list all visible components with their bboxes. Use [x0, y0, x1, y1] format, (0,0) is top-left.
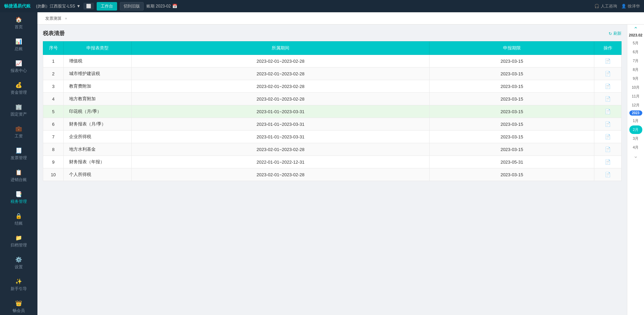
- cal-month-6月[interactable]: 6月: [629, 48, 642, 56]
- cal-month-5月[interactable]: 5月: [629, 39, 642, 47]
- sidebar-item-label: 工资: [15, 133, 23, 139]
- sidebar-item-report[interactable]: 📈 报表中心: [0, 56, 37, 78]
- scroll-down-icon[interactable]: ⌄: [633, 153, 638, 159]
- cell-action[interactable]: 📄: [594, 143, 622, 156]
- cell-deadline: 2023-03-15: [430, 118, 594, 131]
- copy-icon-btn[interactable]: ⬜: [83, 3, 94, 10]
- company-selector[interactable]: (勿删）江西股宝-LSS ▼: [36, 3, 81, 9]
- sidebar-item-purchase[interactable]: 📋 进销台账: [0, 165, 37, 187]
- tab-invoice_calc[interactable]: 发票测算×: [40, 13, 82, 24]
- cell-deadline: 2023-03-15: [430, 105, 594, 118]
- cell-seq: 1: [43, 55, 64, 68]
- cell-type: 企业所得税: [64, 131, 132, 143]
- cal-month-11月[interactable]: 11月: [629, 92, 642, 101]
- sidebar-item-invoice[interactable]: 🧾 发票管理: [0, 143, 37, 165]
- table-row: 5 印花税（月/季） 2023-01-01~2023-03-31 2023-03…: [43, 105, 622, 118]
- sidebar-item-guide[interactable]: ✨ 新手引导: [0, 274, 37, 296]
- app-logo: 畅捷通易代账: [4, 3, 31, 9]
- cell-type: 城市维护建设税: [64, 68, 132, 80]
- user-menu[interactable]: 👤 徐泽华: [621, 3, 640, 9]
- cal-month-4月[interactable]: 4月: [629, 143, 642, 152]
- cal-month-12月[interactable]: 12月: [629, 101, 642, 109]
- sidebar-item-assets[interactable]: 🏢 固定资产: [0, 100, 37, 121]
- view-icon[interactable]: 📄: [605, 96, 611, 102]
- invoice-icon: 🧾: [15, 147, 22, 154]
- view-icon[interactable]: 📄: [605, 109, 611, 114]
- sidebar-item-ledger[interactable]: 📊 总账: [0, 34, 37, 56]
- sidebar-item-archive[interactable]: 📁 归档管理: [0, 230, 37, 252]
- workbench-button[interactable]: 工作台: [97, 2, 117, 11]
- sidebar-items: 🏠 首页 📊 总账 📈 报表中心 💰 资金管理 🏢 固定资产 💼 工资 🧾 发票…: [0, 12, 37, 315]
- ledger-icon: 📊: [15, 38, 22, 45]
- cal-month-9月[interactable]: 9月: [629, 74, 642, 83]
- sidebar-item-label: 归档管理: [11, 242, 27, 248]
- cell-action[interactable]: 📄: [594, 156, 622, 168]
- view-icon[interactable]: 📄: [605, 172, 611, 177]
- table-body: 1 增值税 2023-02-01~2023-02-28 2023-03-15 📄…: [43, 55, 622, 181]
- sidebar-item-tax[interactable]: 📑 税务管理: [0, 187, 37, 209]
- tax-table: 序号 申报表类型 所属期间 申报期限 操作 1 增值税 2023-02-01~2…: [43, 41, 622, 181]
- funds-icon: 💰: [15, 82, 22, 88]
- assets-icon: 🏢: [15, 104, 22, 110]
- tab-label: 发票测算: [45, 16, 62, 21]
- home-icon: 🏠: [15, 16, 22, 23]
- scroll-up-icon[interactable]: ⌃: [633, 26, 638, 32]
- sidebar-item-label: 税务管理: [11, 199, 27, 205]
- cell-action[interactable]: 📄: [594, 168, 622, 181]
- cell-deadline: 2023-03-15: [430, 68, 594, 80]
- cal-month-7月[interactable]: 7月: [629, 57, 642, 65]
- sidebar-item-funds[interactable]: 💰 资金管理: [0, 78, 37, 100]
- table-row: 3 教育费附加 2023-02-01~2023-02-28 2023-03-15…: [43, 80, 622, 93]
- view-icon[interactable]: 📄: [605, 58, 611, 64]
- cell-type: 印花税（月/季）: [64, 105, 132, 118]
- cell-action[interactable]: 📄: [594, 93, 622, 105]
- view-icon[interactable]: 📄: [605, 121, 611, 127]
- table-row: 4 地方教育附加 2023-02-01~2023-02-28 2023-03-1…: [43, 93, 622, 105]
- sidebar-item-close[interactable]: 🔒 结账: [0, 209, 37, 230]
- view-icon[interactable]: 📄: [605, 159, 611, 165]
- sidebar-item-vip[interactable]: 👑 畅会员: [0, 296, 37, 315]
- refresh-button[interactable]: ↻ 刷新: [609, 31, 622, 36]
- table-row: 2 城市维护建设税 2023-02-01~2023-02-28 2023-03-…: [43, 68, 622, 80]
- right-panel: ⌃ 2023.02 5月6月7月8月9月10月11月12月20231月2月3月4…: [627, 25, 644, 315]
- cell-seq: 4: [43, 93, 64, 105]
- cell-action[interactable]: 📄: [594, 131, 622, 143]
- view-icon[interactable]: 📄: [605, 84, 611, 89]
- help-button[interactable]: 🎧 人工咨询: [594, 3, 617, 9]
- table-row: 10 个人所得税 2023-02-01~2023-02-28 2023-03-1…: [43, 168, 622, 181]
- cell-deadline: 2023-05-31: [430, 156, 594, 168]
- sidebar-item-label: 发票管理: [11, 155, 27, 161]
- switch-old-button[interactable]: 切到旧版: [120, 2, 144, 11]
- view-icon[interactable]: 📄: [605, 134, 611, 139]
- cell-seq: 2: [43, 68, 64, 80]
- cell-action[interactable]: 📄: [594, 118, 622, 131]
- cal-month-2月[interactable]: 2月: [629, 125, 642, 134]
- tab-bar: 首页工资表×工资统计报表×发票×发票测算×发票开具×进销稽核×进销台账×税表清册…: [37, 12, 644, 25]
- sidebar-item-settings[interactable]: ⚙️ 设置: [0, 252, 37, 274]
- cell-deadline: 2023-03-15: [430, 131, 594, 143]
- cal-month-8月[interactable]: 8月: [629, 65, 642, 74]
- sidebar-item-label: 设置: [15, 264, 23, 270]
- sidebar-item-label: 结账: [15, 221, 23, 226]
- cell-period: 2023-02-01~2023-02-28: [132, 55, 430, 68]
- cal-month-10月[interactable]: 10月: [629, 83, 642, 92]
- sidebar-item-home[interactable]: 🏠 首页: [0, 12, 37, 34]
- view-icon[interactable]: 📄: [605, 71, 611, 76]
- company-name: (勿删）江西股宝-LSS: [36, 3, 75, 9]
- cal-month-3月[interactable]: 3月: [629, 134, 642, 143]
- tax-icon: 📑: [15, 191, 22, 197]
- cal-year-2023[interactable]: 2023: [629, 110, 642, 116]
- cell-action[interactable]: 📄: [594, 80, 622, 93]
- calendar-icon[interactable]: 📅: [172, 4, 177, 9]
- sidebar-item-salary[interactable]: 💼 工资: [0, 121, 37, 143]
- tab-close-icon[interactable]: ×: [64, 16, 68, 21]
- view-icon[interactable]: 📄: [605, 147, 611, 152]
- year-label-top: 2023.02: [629, 33, 643, 37]
- cell-action[interactable]: 📄: [594, 68, 622, 80]
- col-period: 所属期间: [132, 42, 430, 55]
- cell-action[interactable]: 📄: [594, 105, 622, 118]
- cal-month-1月[interactable]: 1月: [629, 117, 642, 125]
- col-deadline: 申报期限: [430, 42, 594, 55]
- cell-action[interactable]: 📄: [594, 55, 622, 68]
- cell-deadline: 2023-03-15: [430, 55, 594, 68]
